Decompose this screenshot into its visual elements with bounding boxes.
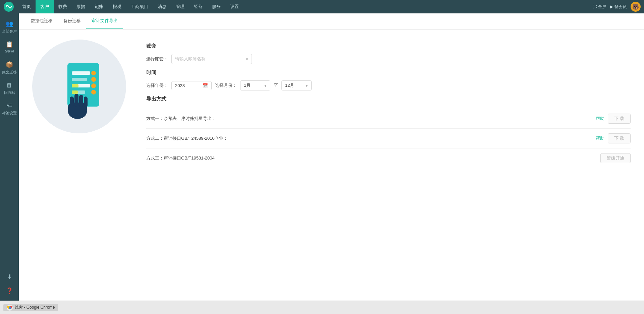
svg-rect-10: [72, 84, 78, 87]
trash-icon: 🗑: [6, 81, 13, 89]
month-to-value: 12月: [285, 82, 294, 88]
chevron-down-icon-2: ▾: [264, 83, 267, 88]
export-method-label-1: 方式二：审计接口GB/T24589-2010企业：: [146, 135, 592, 141]
svg-rect-15: [74, 94, 78, 107]
report-icon: 📋: [6, 41, 13, 48]
export-method-label-2: 方式三：审计接口GB/T19581-2004: [146, 155, 597, 161]
help-link-1[interactable]: 帮助: [596, 135, 604, 141]
tab-数据包迁移[interactable]: 数据包迁移: [25, 13, 58, 29]
svg-point-20: [9, 307, 11, 309]
sidebar-label-标签设置: 标签设置: [2, 111, 17, 116]
account-placeholder: 请输入账簿名称: [175, 56, 206, 62]
sidebar-item-标签设置[interactable]: 🏷标签设置: [0, 99, 19, 119]
sidebar-bottom: ⬇ ❓: [6, 270, 13, 301]
month-from-value: 1月: [244, 82, 251, 88]
fullscreen-icon: ⛶: [593, 4, 597, 9]
fullscreen-btn[interactable]: ⛶ 全屏: [593, 4, 606, 10]
nav-item-收费[interactable]: 收费: [54, 0, 72, 13]
nav-item-工商项目[interactable]: 工商项目: [126, 0, 153, 13]
nav-item-消息[interactable]: 消息: [153, 0, 171, 13]
sidebar-item-0申报[interactable]: 📋0申报: [0, 37, 19, 58]
taskbar: 线索 - Google Chrome: [0, 301, 644, 314]
page-content: 账套 选择账套： 请输入账簿名称 ▾ 时间 选择年份： 2023: [19, 29, 644, 301]
svg-rect-14: [70, 97, 74, 107]
chevron-down-icon: ▾: [246, 57, 248, 62]
member-btn[interactable]: ▶ 畅会员: [610, 4, 627, 10]
taskbar-chrome-label: 线索 - Google Chrome: [15, 305, 55, 310]
tab-审计文件导出[interactable]: 审计文件导出: [86, 13, 123, 29]
sidebar-label-全部客户: 全部客户: [2, 29, 17, 34]
sidebar-item-账套迁移[interactable]: 📦账套迁移: [0, 58, 19, 78]
export-row-0: 方式一：余额表、序时账批量导出：帮助下 载: [146, 109, 631, 129]
tag-icon: 🏷: [6, 102, 13, 109]
btn-download-1[interactable]: 下 载: [608, 133, 631, 143]
nav-item-服务[interactable]: 服务: [207, 0, 225, 13]
form-area: 账套 选择账套： 请输入账簿名称 ▾ 时间 选择年份： 2023: [146, 40, 631, 168]
tabs-bar: 数据包迁移备份迁移审计文件导出: [19, 13, 644, 29]
sidebar-label-账套迁移: 账套迁移: [2, 70, 17, 75]
btn-soon-2[interactable]: 暂缓开通: [600, 153, 631, 163]
time-section-title: 时间: [146, 69, 631, 76]
nav-items: 首页客户收费票据记账报税工商项目消息管理经营服务设置: [17, 0, 593, 13]
sidebar-label-回收站: 回收站: [4, 90, 15, 95]
main-layout: 👥全部客户📋0申报📦账套迁移🗑回收站🏷标签设置 ⬇ ❓ 数据包迁移备份迁移审计文…: [0, 13, 644, 301]
nav-item-客户[interactable]: 客户: [36, 0, 54, 13]
month-to-select[interactable]: 12月 ▾: [281, 80, 312, 90]
nav-item-首页[interactable]: 首页: [17, 0, 36, 13]
nav-item-管理[interactable]: 管理: [171, 0, 189, 13]
nav-item-报税[interactable]: 报税: [108, 0, 126, 13]
svg-point-8: [91, 83, 96, 88]
content-area: 数据包迁移备份迁移审计文件导出: [19, 13, 644, 301]
export-section-title: 导出方式: [146, 96, 631, 102]
export-method-label-0: 方式一：余额表、序时账批量导出：: [146, 116, 592, 122]
sidebar-bottom-icon-1[interactable]: ⬇: [6, 270, 13, 283]
sidebar-bottom-icon-2[interactable]: ❓: [6, 285, 13, 297]
tab-备份迁移[interactable]: 备份迁移: [58, 13, 86, 29]
account-label: 选择账套：: [146, 56, 168, 62]
illustration: [32, 40, 126, 133]
taskbar-chrome[interactable]: 线索 - Google Chrome: [3, 304, 58, 311]
nav-item-票据[interactable]: 票据: [72, 0, 90, 13]
nav-item-设置[interactable]: 设置: [225, 0, 244, 13]
export-row-1: 方式二：审计接口GB/T24589-2010企业：帮助下 载: [146, 129, 631, 148]
svg-point-9: [91, 90, 96, 95]
month-from-select[interactable]: 1月 ▾: [240, 80, 270, 90]
svg-point-6: [91, 71, 96, 75]
people-icon: 👥: [6, 20, 13, 27]
account-section-title: 账套: [146, 43, 631, 49]
to-text: 至: [274, 82, 278, 88]
member-label: 畅会员: [614, 4, 627, 10]
play-icon: ▶: [610, 4, 613, 9]
nav-right: ⛶ 全屏 ▶ 畅会员 🐻: [593, 2, 641, 12]
sidebar: 👥全部客户📋0申报📦账套迁移🗑回收站🏷标签设置 ⬇ ❓: [0, 13, 19, 301]
month-label: 选择月份：: [215, 82, 237, 88]
app-logo: [3, 1, 14, 12]
export-methods: 方式一：余额表、序时账批量导出：帮助下 载方式二：审计接口GB/T24589-2…: [146, 109, 631, 168]
year-label: 选择年份：: [146, 82, 168, 88]
nav-item-记账[interactable]: 记账: [90, 0, 108, 13]
export-row-2: 方式三：审计接口GB/T19581-2004暂缓开通: [146, 148, 631, 168]
year-select[interactable]: 2023 📅: [171, 81, 212, 90]
main-panel: 账套 选择账套： 请输入账簿名称 ▾ 时间 选择年份： 2023: [32, 40, 631, 168]
svg-rect-2: [72, 71, 90, 75]
svg-rect-3: [72, 78, 87, 81]
nav-item-经营[interactable]: 经营: [189, 0, 207, 13]
sidebar-item-全部客户[interactable]: 👥全部客户: [0, 17, 19, 37]
calendar-icon: 📅: [203, 83, 208, 88]
help-link-0[interactable]: 帮助: [596, 116, 604, 122]
btn-download-0[interactable]: 下 载: [608, 114, 631, 124]
help-circle-icon: ❓: [6, 287, 13, 295]
fullscreen-label: 全屏: [598, 4, 606, 10]
sidebar-label-0申报: 0申报: [5, 49, 14, 54]
svg-point-7: [91, 77, 96, 82]
sidebar-item-回收站[interactable]: 🗑回收站: [0, 78, 19, 99]
account-row: 选择账套： 请输入账簿名称 ▾: [146, 54, 631, 64]
user-avatar[interactable]: 🐻: [631, 2, 641, 12]
account-select[interactable]: 请输入账簿名称 ▾: [171, 54, 252, 64]
svg-rect-16: [79, 95, 83, 107]
migrate-icon: 📦: [6, 61, 13, 68]
chrome-icon: [7, 305, 13, 311]
svg-rect-11: [72, 90, 78, 94]
download-icon: ⬇: [7, 273, 12, 280]
svg-rect-17: [84, 97, 88, 107]
